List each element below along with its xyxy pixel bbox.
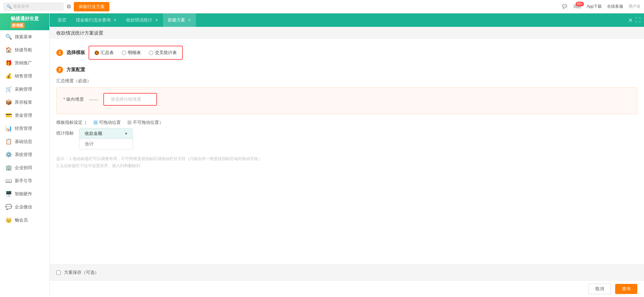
search-bar[interactable]: 🔍 搜索菜单 <box>3 2 64 11</box>
sidebar-version-badge: 标准版 <box>11 22 24 28</box>
tab-fullscreen-icon[interactable]: ⛶ <box>635 17 641 23</box>
sidebar-item-hardware[interactable]: 🖥️ 智能硬件 <box>0 187 49 200</box>
dim-select-dropdown[interactable]: 请选择分组维度 <box>103 93 157 106</box>
hardware-icon: 🖥️ <box>5 191 12 197</box>
tab-cashflow-close[interactable]: ✕ <box>113 18 117 22</box>
template-select-box: 汇总表 明细表 交叉统计表 <box>89 46 183 60</box>
sidebar-item-label: 新手引导 <box>15 178 32 184</box>
step2-section: 2 方案配置 汇总维度（必选） * 纵向维度 —— 请选择分组维度 <box>56 66 637 169</box>
metrics-dropdown-icon[interactable]: ▾ <box>125 131 127 136</box>
tab-collection-close[interactable]: ✕ <box>155 18 158 22</box>
tips-section: 提示： 1.拖动标题栏可以调整布局，不可跨维度或指标区域拖动栏目字段（只能在同一… <box>56 156 637 169</box>
no-drag-hint: 不可拖动位置） <box>127 119 163 126</box>
tab-collection-label: 收款情况统计 <box>126 17 152 23</box>
sidebar-item-label: 营销推广 <box>15 60 32 66</box>
tab-cashflow[interactable]: 现金银行流水查询 ✕ <box>71 13 121 27</box>
system-icon: ⚙️ <box>5 151 12 158</box>
dimension-area: * 纵向维度 —— 请选择分组维度 <box>56 87 637 114</box>
tab-home[interactable]: 首页 <box>53 13 71 27</box>
metrics-section: 模板指标设定（ 可拖动位置 不可拖动位置） <box>56 119 637 149</box>
tab-collection[interactable]: 收款情况统计 ✕ <box>121 13 163 27</box>
step1-num: 1 <box>56 49 63 56</box>
no-drag-dot-icon <box>127 120 131 125</box>
sidebar-item-label: 销售管理 <box>15 73 32 79</box>
message-badge-wrap[interactable]: 💬 99+ 消息 <box>562 4 581 9</box>
step1-header: 1 选择模板 汇总表 明细表 <box>56 46 637 60</box>
tab-new-plan[interactable]: 新建方案 ✕ <box>163 13 196 27</box>
header-right: 💬 99+ 消息 App下载 在线客服 用户名 <box>562 4 641 9</box>
sidebar-item-label: 快捷导航 <box>15 47 32 53</box>
sidebar-item-enterprise[interactable]: 🏢 企业协同 <box>0 161 49 174</box>
drag-label: 可拖动位置 <box>99 119 121 126</box>
sidebar-item-operation[interactable]: 📊 经营管理 <box>0 122 49 135</box>
settings-icon[interactable]: ⚙ <box>66 3 71 10</box>
tab-close-all-icon[interactable]: ✕ <box>628 17 633 23</box>
metrics-table: 收款金额 ▾ 合计 <box>79 128 133 149</box>
sidebar-item-label: 库存核算 <box>15 99 32 105</box>
online-service-link[interactable]: 在线客服 <box>607 4 623 9</box>
sidebar: 畅捷通好生意 标准版 🔍 搜索菜单 🏠 快捷导航 🎁 营销推广 💰 销售管理 🛒… <box>0 13 50 297</box>
sidebar-item-purchase[interactable]: 🛒 采购管理 <box>0 83 49 96</box>
metrics-header: 模板指标设定（ 可拖动位置 不可拖动位置） <box>56 119 637 126</box>
metrics-table-header[interactable]: 收款金额 ▾ <box>79 129 132 139</box>
home-icon: 🏠 <box>5 47 12 53</box>
sidebar-item-label: 采购管理 <box>15 86 32 92</box>
operation-icon: 📊 <box>5 125 12 132</box>
dim-row: * 纵向维度 —— 请选择分组维度 <box>63 93 630 106</box>
radio-summary[interactable]: 汇总表 <box>95 50 114 56</box>
sidebar-item-finance[interactable]: 💳 资金管理 <box>0 109 49 122</box>
finance-icon: 💳 <box>5 112 12 118</box>
dim-arrow: —— <box>89 97 98 102</box>
sidebar-item-sales[interactable]: 💰 销售管理 <box>0 69 49 83</box>
guide-icon: 📖 <box>5 178 12 184</box>
metrics-table-wrap: 统计指标 收款金额 ▾ 合计 <box>56 128 637 149</box>
dim-vertical-label: * 纵向维度 <box>63 96 84 102</box>
radio-detail[interactable]: 明细表 <box>122 50 141 56</box>
sidebar-item-search[interactable]: 🔍 搜索菜单 <box>0 30 49 43</box>
radio-cross-input[interactable] <box>149 51 153 55</box>
metrics-col-header: 收款金额 <box>85 131 102 137</box>
sidebar-item-marketing[interactable]: 🎁 营销推广 <box>0 56 49 69</box>
save-plan-label: 方案保存（可选） <box>64 269 99 276</box>
tab-new-plan-close[interactable]: ✕ <box>188 18 191 22</box>
tab-bar: 首页 现金银行流水查询 ✕ 收款情况统计 ✕ 新建方案 ✕ ✕ ⛶ <box>50 13 644 27</box>
top-header: 🔍 搜索菜单 ⚙ 体验行业方案 💬 99+ 消息 App下载 在线客服 用户名 <box>0 0 644 13</box>
radio-detail-label: 明细表 <box>128 50 141 56</box>
sales-icon: 💰 <box>5 73 12 79</box>
sidebar-item-label: 系统管理 <box>15 152 32 158</box>
tab-new-plan-label: 新建方案 <box>168 17 185 23</box>
cancel-button[interactable]: 取消 <box>588 284 611 294</box>
radio-summary-input[interactable] <box>95 51 99 55</box>
tip-1: 提示： 1.拖动标题栏可以调整布局，不可跨维度或指标区域拖动栏目字段（只能在同一… <box>56 156 637 162</box>
sidebar-item-inventory[interactable]: 📦 库存核算 <box>0 96 49 109</box>
drag-dot-icon <box>94 120 98 125</box>
sidebar-item-basic[interactable]: 📋 基础信息 <box>0 135 49 148</box>
sidebar-item-label: 企业协同 <box>15 165 32 171</box>
page-content: 收款情况统计方案设置 1 选择模板 汇总表 <box>50 27 644 280</box>
main-layout: 畅捷通好生意 标准版 🔍 搜索菜单 🏠 快捷导航 🎁 营销推广 💰 销售管理 🛒… <box>0 13 644 297</box>
sidebar-logo: 畅捷通好生意 标准版 <box>0 13 49 30</box>
search-icon: 🔍 <box>7 4 12 9</box>
purchase-icon: 🛒 <box>5 86 12 92</box>
query-button[interactable]: 查询 <box>615 284 637 294</box>
sidebar-item-quick-nav[interactable]: 🏠 快捷导航 <box>0 43 49 56</box>
no-drag-label: 不可拖动位置） <box>133 119 163 126</box>
sidebar-item-guide[interactable]: 📖 新手引导 <box>0 174 49 187</box>
drag-hint: 可拖动位置 <box>94 119 121 126</box>
step1-title: 选择模板 <box>66 50 85 56</box>
sidebar-item-system[interactable]: ⚙️ 系统管理 <box>0 148 49 161</box>
app-download-link[interactable]: App下载 <box>587 4 602 9</box>
radio-cross[interactable]: 交叉统计表 <box>149 50 177 56</box>
sidebar-item-label: 经营管理 <box>15 126 32 132</box>
marketing-icon: 🎁 <box>5 60 12 66</box>
search-nav-icon: 🔍 <box>5 34 12 40</box>
sidebar-item-label: 企业微信 <box>15 204 32 210</box>
sidebar-item-vip[interactable]: 👑 畅会员 <box>0 213 49 227</box>
save-plan-checkbox[interactable] <box>56 270 61 275</box>
radio-detail-input[interactable] <box>122 51 126 55</box>
step1-section: 1 选择模板 汇总表 明细表 <box>56 46 637 60</box>
config-section: 汇总维度（必选） * 纵向维度 —— 请选择分组维度 模板指标设定（ <box>56 78 637 169</box>
tab-bar-right: ✕ ⛶ <box>628 17 641 23</box>
trial-button[interactable]: 体验行业方案 <box>74 2 109 11</box>
sidebar-item-wechat[interactable]: 💬 企业微信 <box>0 200 49 213</box>
